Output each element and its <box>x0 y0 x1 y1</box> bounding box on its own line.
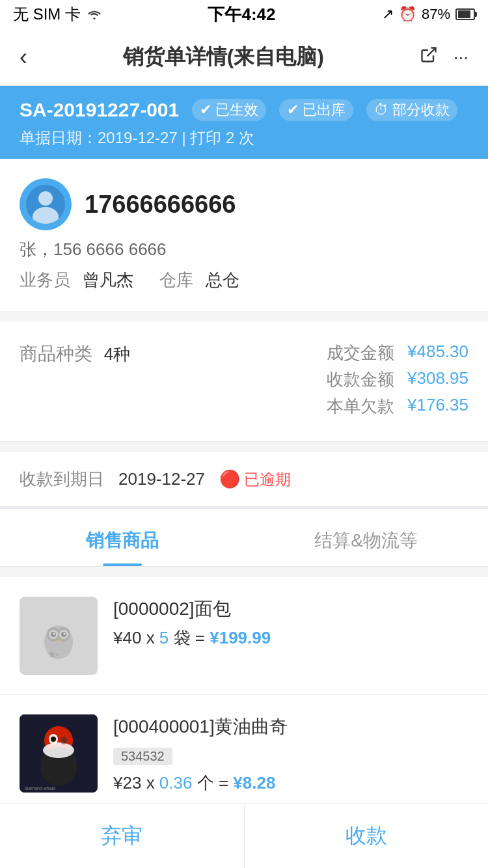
order-header-top: SA-20191227-001 ✔ 已生效 ✔ 已出库 ⏱ 部分收款 <box>20 99 468 121</box>
category-count: 4种 <box>104 344 130 364</box>
battery-icon <box>455 8 475 20</box>
svg-point-17 <box>51 737 56 742</box>
product-thumbnail-1: diamond whale <box>20 714 98 793</box>
product-total-1: ¥8.28 <box>233 773 275 793</box>
tabs: 销售商品 结算&物流等 <box>0 509 488 567</box>
product-info-0: [0000002]面包 ¥40 x 5 袋 = ¥199.99 <box>113 597 468 649</box>
svg-point-9 <box>64 633 66 635</box>
debt-amount: ¥176.35 <box>407 395 468 418</box>
product-name-1: [000400001]黄油曲奇 <box>113 714 468 739</box>
wifi-icon <box>87 5 102 23</box>
product-name-0: [0000002]面包 <box>113 597 468 621</box>
check-icon-2: ✔ <box>287 102 299 118</box>
tab-settlement-label: 结算&物流等 <box>314 530 418 550</box>
customer-row: 业务员 曾凡杰 仓库 总仓 <box>20 269 468 292</box>
tab-settlement[interactable]: 结算&物流等 <box>244 509 488 566</box>
transaction-amount: ¥485.30 <box>407 342 468 364</box>
customer-phone: 17666666666 <box>85 191 236 219</box>
page-title: 销货单详情(来自电脑) <box>123 43 324 72</box>
list-item: diamond whale [000400001]黄油曲奇 534532 ¥23… <box>0 695 488 815</box>
back-button[interactable]: ‹ <box>20 44 27 71</box>
bottom-bar: 弃审 收款 <box>0 803 488 868</box>
tab-sales-products[interactable]: 销售商品 <box>0 509 244 566</box>
alarm-icon: ⏰ <box>399 6 416 23</box>
warehouse-label: 仓库 <box>159 270 193 290</box>
customer-top: 17666666666 <box>20 178 468 230</box>
badge-shipped: ✔ 已出库 <box>279 99 353 121</box>
svg-text:兔+: 兔+ <box>49 651 59 658</box>
summary-left: 商品种类 4种 <box>20 342 130 366</box>
status-bar: 无 SIM 卡 下午4:42 ↗ ⏰ 87% <box>0 0 488 29</box>
tab-sales-products-label: 销售商品 <box>86 530 159 550</box>
clock-icon: ⏱ <box>374 102 388 118</box>
summary-section: 商品种类 4种 成交金额 ¥485.30 收款金额 ¥308.95 本单欠款 ¥… <box>0 322 488 442</box>
location-icon: ↗ <box>382 6 394 23</box>
svg-text:diamond whale: diamond whale <box>25 786 55 791</box>
nav-bar: ‹ 销货单详情(来自电脑) ··· <box>0 29 488 86</box>
product-qty-1: 0.36 <box>159 773 193 793</box>
overdue-section: 收款到期日 2019-12-27 🔴 已逾期 <box>0 452 488 509</box>
overdue-text: 已逾期 <box>244 469 291 490</box>
overdue-date: 2019-12-27 <box>118 469 205 489</box>
customer-section: 17666666666 张，156 6666 6666 业务员 曾凡杰 仓库 总… <box>0 159 488 312</box>
salesperson-label: 业务员 <box>20 270 70 290</box>
overdue-badge: 🔴 已逾期 <box>219 469 291 490</box>
debt-label: 本单欠款 <box>327 395 394 418</box>
payment-label: 收款 <box>346 822 387 850</box>
product-price-0: ¥40 x 5 袋 = ¥199.99 <box>113 627 468 649</box>
payment-amount: ¥308.95 <box>407 368 468 391</box>
status-time: 下午4:42 <box>208 3 275 26</box>
order-id: SA-20191227-001 <box>20 99 179 121</box>
list-item: 兔+ [0000002]面包 ¥40 x 5 袋 = ¥199.99 <box>0 577 488 695</box>
badge-effected: ✔ 已生效 <box>192 99 266 121</box>
category-label: 商品种类 <box>20 344 92 364</box>
debt-row: 本单欠款 ¥176.35 <box>327 395 468 418</box>
carrier-text: 无 SIM 卡 <box>13 4 81 25</box>
order-header: SA-20191227-001 ✔ 已生效 ✔ 已出库 ⏱ 部分收款 单据日期：… <box>0 86 488 159</box>
svg-line-0 <box>427 48 435 57</box>
check-icon: ✔ <box>200 102 211 118</box>
share-icon[interactable] <box>420 46 438 68</box>
warehouse-value: 总仓 <box>206 270 239 290</box>
transaction-label: 成交金额 <box>327 342 394 364</box>
salesperson-value: 曾凡杰 <box>83 270 133 290</box>
badge-partial: ⏱ 部分收款 <box>366 99 457 121</box>
svg-point-8 <box>53 633 55 635</box>
overdue-dot-icon: 🔴 <box>219 469 240 489</box>
transaction-row: 成交金额 ¥485.30 <box>327 342 468 364</box>
summary-right: 成交金额 ¥485.30 收款金额 ¥308.95 本单欠款 ¥176.35 <box>327 342 468 422</box>
svg-point-18 <box>61 737 67 744</box>
product-list: 兔+ [0000002]面包 ¥40 x 5 袋 = ¥199.99 <box>0 577 488 815</box>
product-info-1: [000400001]黄油曲奇 534532 ¥23 x 0.36 个 = ¥8… <box>113 714 468 794</box>
reject-audit-button[interactable]: 弃审 <box>0 804 245 868</box>
product-thumbnail-0: 兔+ <box>20 597 98 675</box>
status-bar-right: ↗ ⏰ 87% <box>382 6 475 23</box>
more-icon[interactable]: ··· <box>454 47 468 68</box>
product-price-1: ¥23 x 0.36 个 = ¥8.28 <box>113 772 468 794</box>
product-qty-0: 5 <box>159 628 169 647</box>
summary-row: 商品种类 4种 成交金额 ¥485.30 收款金额 ¥308.95 本单欠款 ¥… <box>20 342 468 422</box>
svg-point-15 <box>43 742 74 758</box>
avatar <box>20 178 72 230</box>
product-total-0: ¥199.99 <box>210 628 271 647</box>
payment-row: 收款金额 ¥308.95 <box>327 368 468 391</box>
order-meta: 单据日期：2019-12-27 | 打印 2 次 <box>20 128 468 148</box>
customer-name: 张，156 6666 6666 <box>20 238 468 261</box>
product-tag-1: 534532 <box>113 748 172 765</box>
reject-audit-label: 弃审 <box>101 822 142 850</box>
payment-label: 收款金额 <box>327 368 394 391</box>
nav-actions: ··· <box>420 46 468 68</box>
battery-level: 87% <box>422 6 450 23</box>
overdue-label: 收款到期日 <box>20 468 104 491</box>
payment-button[interactable]: 收款 <box>245 804 489 868</box>
status-bar-left: 无 SIM 卡 <box>13 4 102 25</box>
